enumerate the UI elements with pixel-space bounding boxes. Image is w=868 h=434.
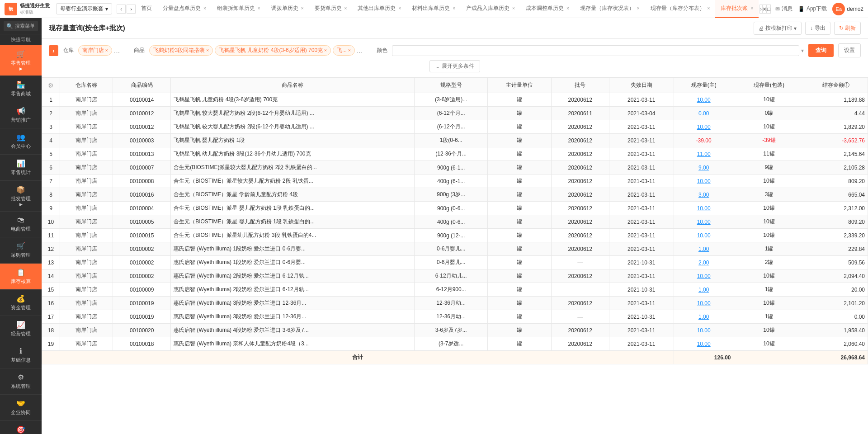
goods-tag-close-1[interactable]: ×	[206, 48, 209, 53]
prev-arrow[interactable]: ‹	[117, 5, 126, 14]
message-btn[interactable]: ✉ 消息	[775, 5, 793, 13]
cell-qty-main[interactable]: 10.00	[674, 229, 734, 242]
cell-qty-main[interactable]: 0.00	[674, 107, 734, 120]
tab-close-7[interactable]: ×	[512, 6, 515, 11]
cell-qty-main[interactable]: 2.00	[674, 256, 734, 269]
cell-qty-main[interactable]: 10.00	[674, 175, 734, 188]
tab-8[interactable]: 成本调整单历史 ×	[520, 0, 575, 18]
sidebar-item-sys-mgmt[interactable]: ⚙ 系统管理	[0, 368, 42, 395]
cell-index: 13	[42, 256, 60, 269]
goods-tag-1[interactable]: 飞鹤奶粉3段同箱搭装 ×	[149, 45, 213, 56]
color-filter-label: 颜色	[377, 47, 387, 54]
expand-more-btn[interactable]: ⌄ 展开更多条件	[429, 60, 480, 72]
tab-close-3[interactable]: ×	[301, 6, 304, 11]
tab-1[interactable]: 分量盘点单历史 ×	[157, 0, 212, 18]
tab-4[interactable]: 要货单历史 ×	[309, 0, 353, 18]
user-area[interactable]: Ea demo2	[832, 3, 863, 15]
cell-expire: 2021-03-11	[609, 215, 674, 229]
filter-area: › 仓库 南岸门店 × … 商品 飞鹤奶粉3段同箱搭装 ×	[42, 39, 868, 77]
next-arrow[interactable]: ›	[127, 5, 136, 14]
cell-qty-pkg: 10罐	[734, 324, 804, 337]
cell-warehouse: 南岸门店	[60, 256, 113, 269]
sidebar-item-retail-mgmt[interactable]: 🛒 零售管理 ▶	[0, 45, 42, 76]
query-btn[interactable]: 查询	[808, 44, 834, 57]
cell-qty-main[interactable]: 10.00	[674, 269, 734, 283]
tab-11-active[interactable]: 库存批次账 ×	[715, 0, 759, 18]
cell-qty-pkg: 10罐	[734, 202, 804, 215]
color-dropdown-arrow[interactable]: ▾	[801, 47, 804, 54]
color-filter-input[interactable]	[392, 45, 799, 56]
close-all-tabs[interactable]: ×	[762, 5, 767, 14]
cell-qty-main[interactable]: -39.00	[674, 134, 734, 147]
tab-close-6[interactable]: ×	[453, 6, 455, 11]
sidebar-item-retail-shop[interactable]: 🏪 零售商城	[0, 76, 42, 102]
cell-name: 飞鹤星飞帆 幼儿配方奶粉 3段(12-36个月幼儿适用) 700克	[171, 147, 415, 161]
sidebar-item-wholesale[interactable]: 📦 批发管理 ▶	[0, 181, 42, 212]
column-settings-icon[interactable]: ⚙	[48, 82, 54, 89]
cell-qty-main[interactable]: 10.00	[674, 93, 734, 107]
goods-more-dots[interactable]: …	[357, 47, 363, 54]
table-container: ⚙ 仓库名称 商品编码 商品名称 规格型号 主计量单位 批号 失效日期 现存量(…	[42, 77, 868, 434]
goods-tag-3[interactable]: 飞... ×	[333, 45, 355, 56]
cell-qty-main[interactable]: 1.00	[674, 242, 734, 256]
cell-qty-main[interactable]: 10.00	[674, 215, 734, 229]
tab-close-8[interactable]: ×	[566, 6, 569, 11]
search-menu-btn[interactable]: 🔍 搜索菜单	[4, 21, 38, 31]
goods-tag-close-2[interactable]: ×	[324, 48, 327, 53]
account-dropdown[interactable]: 母婴行业演示账套 ▾	[56, 3, 112, 14]
sidebar-item-purchase[interactable]: 🛒 采购管理	[0, 237, 42, 264]
sidebar-item-basic-info[interactable]: ℹ 基础信息	[0, 342, 42, 368]
warehouse-more-dots[interactable]: …	[114, 47, 120, 54]
cell-qty-main[interactable]: 10.00	[674, 297, 734, 310]
tab-close-2[interactable]: ×	[258, 6, 260, 11]
cell-qty-main[interactable]: 1.00	[674, 310, 734, 324]
tab-close-5[interactable]: ×	[398, 6, 401, 11]
cell-qty-main[interactable]: 3.00	[674, 188, 734, 202]
th-settings[interactable]: ⚙	[42, 78, 60, 93]
sidebar-item-retail-stats[interactable]: 📊 零售统计	[0, 155, 42, 181]
sidebar-item-ecommerce[interactable]: 🛍 电商管理	[0, 212, 42, 237]
tab-close-10[interactable]: ×	[708, 6, 710, 11]
sidebar-item-enterprise[interactable]: 🤝 企业协同	[0, 395, 42, 421]
sidebar-item-finance[interactable]: 💰 资金管理	[0, 290, 42, 316]
print-btn[interactable]: 🖨 按模板打印 ▾	[754, 22, 802, 35]
expand-filter-btn[interactable]: ›	[49, 45, 58, 56]
tab-close-4[interactable]: ×	[344, 6, 347, 11]
sidebar-item-inventory[interactable]: 📋 库存核算	[0, 264, 42, 290]
cell-qty-main[interactable]: 10.00	[674, 120, 734, 134]
cell-qty-main[interactable]: 10.00	[674, 202, 734, 215]
tab-9[interactable]: 现存量（库存状况表） ×	[575, 0, 645, 18]
settings-btn[interactable]: 设置	[838, 43, 861, 57]
cell-qty-main[interactable]: 10.00	[674, 324, 734, 337]
shortcut-nav-btn[interactable]: 快捷导航	[0, 34, 42, 45]
cell-qty-main[interactable]: 10.00	[674, 337, 734, 351]
warehouse-tag-close[interactable]: ×	[105, 48, 108, 53]
cell-qty-main[interactable]: 1.00	[674, 283, 734, 297]
tab-home[interactable]: 首页	[136, 0, 157, 18]
warehouse-tag-1[interactable]: 南岸门店 ×	[78, 45, 112, 56]
app-download-btn[interactable]: 📱 App下载	[798, 5, 827, 13]
cell-qty-main[interactable]: 11.00	[674, 147, 734, 161]
sidebar-item-marketing[interactable]: 📢 营销推广	[0, 102, 42, 128]
printer-icon: 🖨	[759, 25, 764, 32]
sidebar-item-members[interactable]: 👥 会员中心	[0, 128, 42, 155]
cell-qty-main[interactable]: 9.00	[674, 161, 734, 175]
tab-5[interactable]: 其他出库单历史 ×	[352, 0, 406, 18]
tab-7[interactable]: 产成品入库单历史 ×	[461, 0, 520, 18]
tab-close-9[interactable]: ×	[637, 6, 640, 11]
sidebar-item-guide[interactable]: 🎯 新手引导	[0, 421, 42, 434]
minimize-tabs[interactable]: □	[767, 5, 771, 14]
tab-2[interactable]: 组装拆卸单历史 ×	[212, 0, 266, 18]
tab-3[interactable]: 调拨单历史 ×	[266, 0, 309, 18]
goods-tag-2[interactable]: 飞鹤星飞帆 儿童奶粉 4段(3-6岁适用) 700克 ×	[215, 45, 331, 56]
goods-tag-close-3[interactable]: ×	[348, 48, 351, 53]
tab-close-11[interactable]: ×	[750, 6, 753, 11]
refresh-btn[interactable]: ↻ 刷新	[834, 22, 861, 35]
cell-amount: 2,145.64	[804, 147, 868, 161]
sidebar-item-operations[interactable]: 📈 经营管理	[0, 316, 42, 342]
cell-batch: 20200612	[551, 134, 609, 147]
tab-6[interactable]: 材料出库单历史 ×	[406, 0, 461, 18]
tab-10[interactable]: 现存量（库存分布表） ×	[645, 0, 716, 18]
tab-close-1[interactable]: ×	[203, 6, 206, 11]
export-btn[interactable]: ↓ 导出	[805, 22, 830, 35]
